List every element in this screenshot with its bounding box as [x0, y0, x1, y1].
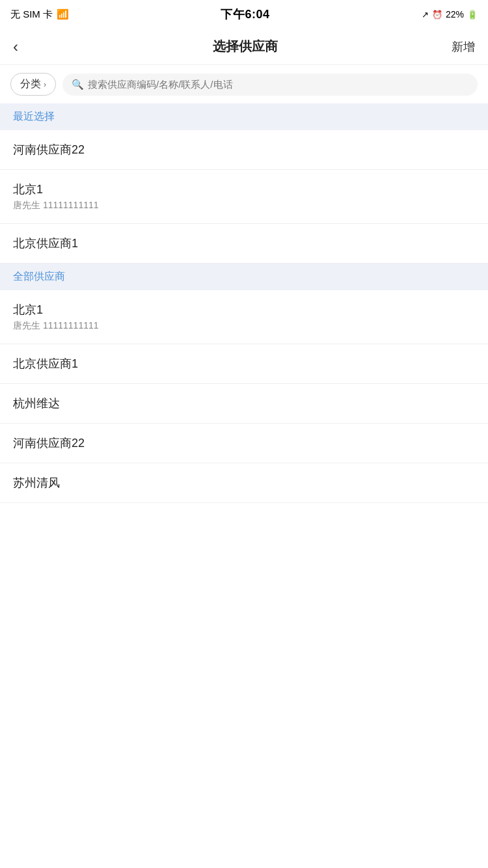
category-label: 分类	[20, 77, 41, 91]
battery-icon: 🔋	[467, 10, 478, 20]
page-title: 选择供应商	[213, 38, 278, 55]
search-wrap: 🔍	[62, 74, 478, 96]
nav-bar: ‹ 选择供应商 新增	[0, 29, 488, 65]
search-input[interactable]	[88, 79, 468, 90]
status-bar: 无 SIM 卡 📶 下午6:04 ↗ ⏰ 22% 🔋	[0, 0, 488, 29]
list-item-a5[interactable]: 苏州清风	[0, 463, 488, 503]
battery-text: 22%	[446, 9, 464, 20]
item-name-a4: 河南供应商22	[13, 435, 475, 451]
category-button[interactable]: 分类 ›	[10, 73, 56, 96]
item-name-a2: 北京供应商1	[13, 356, 475, 372]
section-header-recent: 最近选择	[0, 103, 488, 130]
list-item-a4[interactable]: 河南供应商22	[0, 424, 488, 463]
sim-text: 无 SIM 卡	[10, 8, 53, 21]
new-action-button[interactable]: 新增	[452, 39, 475, 55]
status-right: ↗ ⏰ 22% 🔋	[422, 9, 478, 20]
search-icon: 🔍	[72, 79, 84, 90]
item-name-a3: 杭州维达	[13, 396, 475, 411]
location-icon: ↗	[422, 10, 429, 20]
sections-container: 最近选择河南供应商22北京1唐先生 11111111111北京供应商1全部供应商…	[0, 103, 488, 503]
item-name-r2: 北京1	[13, 182, 475, 197]
list-item-r1[interactable]: 河南供应商22	[0, 130, 488, 170]
alarm-icon: ⏰	[432, 10, 442, 20]
section-header-text-all: 全部供应商	[13, 271, 65, 282]
item-name-r3: 北京供应商1	[13, 236, 475, 251]
section-header-text-recent: 最近选择	[13, 111, 55, 122]
item-name-a5: 苏州清风	[13, 475, 475, 491]
item-name-a1: 北京1	[13, 302, 475, 318]
list-item-r3[interactable]: 北京供应商1	[0, 224, 488, 264]
item-sub-a1: 唐先生 11111111111	[13, 320, 475, 332]
list-item-a1[interactable]: 北京1唐先生 11111111111	[0, 290, 488, 344]
chevron-icon: ›	[44, 80, 46, 89]
back-button[interactable]: ‹	[13, 38, 39, 56]
status-time: 下午6:04	[221, 7, 269, 22]
list-item-a3[interactable]: 杭州维达	[0, 384, 488, 424]
item-sub-r2: 唐先生 11111111111	[13, 200, 475, 211]
search-filter-bar: 分类 › 🔍	[0, 65, 488, 103]
list-item-a2[interactable]: 北京供应商1	[0, 344, 488, 384]
wifi-icon: 📶	[57, 8, 69, 20]
section-header-all: 全部供应商	[0, 264, 488, 290]
list-item-r2[interactable]: 北京1唐先生 11111111111	[0, 170, 488, 224]
item-name-r1: 河南供应商22	[13, 142, 475, 157]
status-left: 无 SIM 卡 📶	[10, 8, 69, 21]
